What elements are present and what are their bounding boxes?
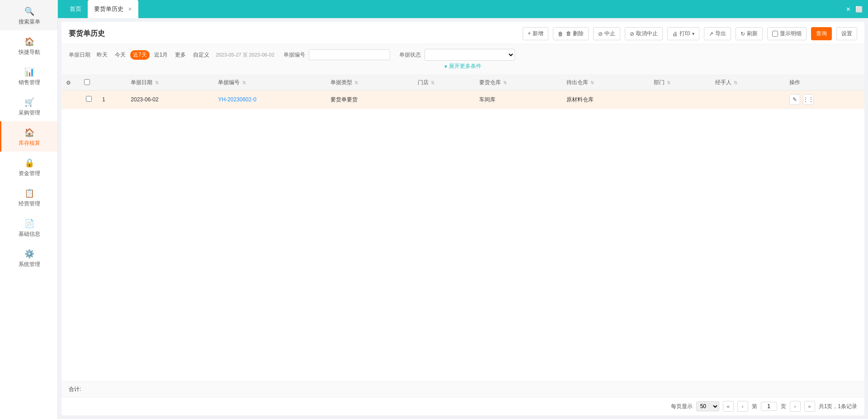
display-detail-input[interactable] xyxy=(772,31,778,37)
tab-requisition-label: 要货单历史 xyxy=(94,5,123,13)
tab-close-icon[interactable]: ✕ xyxy=(128,6,132,12)
quick-nav-icon: 🏠 xyxy=(24,37,34,47)
store-header-label: 门店 xyxy=(418,79,429,86)
date-btn-today[interactable]: 今天 xyxy=(112,50,128,60)
sidebar-item-label: 基础信息 xyxy=(19,230,40,238)
req-warehouse-sort-icon[interactable]: ⇅ xyxy=(503,80,507,85)
pending-warehouse-sort-icon[interactable]: ⇅ xyxy=(590,80,594,85)
department-sort-icon[interactable]: ⇅ xyxy=(667,80,670,85)
tab-home[interactable]: 首页 xyxy=(63,0,88,18)
doc-date-sort-icon[interactable]: ⇅ xyxy=(155,80,159,85)
doc-type-sort-icon[interactable]: ⇅ xyxy=(354,80,358,85)
sidebar-item-ops[interactable]: 📋 经营管理 xyxy=(0,182,57,212)
print-button[interactable]: 🖨 打印 ▾ xyxy=(667,27,699,40)
expand-more-btn[interactable]: ▾ 展开更多条件 xyxy=(69,61,857,70)
topbar-right: ✕ ⬜ xyxy=(846,6,863,13)
cancel-stop-button[interactable]: ⊘ 取消中止 xyxy=(625,27,663,40)
doc-no-link[interactable]: YH-20230602-0 xyxy=(218,96,256,103)
page-number-input[interactable] xyxy=(761,402,777,411)
checkbox-col-header xyxy=(80,75,98,90)
filter-row: 单据日期 昨天 今天 近7天 近1月 更多 自定义 2023-05-27 至 2… xyxy=(69,49,857,61)
doc-type-value: 要货单要货 xyxy=(330,96,358,103)
row-detail-button[interactable]: ⋮⋮ xyxy=(803,94,814,105)
date-btn-more[interactable]: 更多 xyxy=(172,50,189,60)
handler-cell xyxy=(711,90,785,109)
sidebar-item-sys-mgmt[interactable]: ⚙️ 系统管理 xyxy=(0,243,57,273)
sidebar-item-label: 采购管理 xyxy=(19,109,40,117)
prev-page-btn[interactable]: ‹ xyxy=(737,401,748,412)
first-page-btn[interactable]: « xyxy=(723,401,734,412)
doc-date-value: 2023-06-02 xyxy=(131,96,158,103)
page-size-select[interactable]: 50 20 100 xyxy=(696,401,719,411)
date-btn-1month[interactable]: 近1月 xyxy=(151,50,171,60)
doc-date-header-label: 单据日期 xyxy=(131,79,152,86)
actions-cell: ✎ ⋮⋮ xyxy=(785,90,864,109)
doc-no-header-label: 单据编号 xyxy=(218,79,240,86)
window-maximize-icon[interactable]: ⬜ xyxy=(855,6,863,13)
data-table: ⚙ 单据日期 ⇅ 单据编号 ⇅ xyxy=(61,75,864,109)
delete-button[interactable]: 🗑 🗑 删除 xyxy=(553,27,589,40)
query-button[interactable]: 查询 xyxy=(811,27,832,40)
doc-no-sort-icon[interactable]: ⇅ xyxy=(242,80,246,85)
sidebar-item-finance[interactable]: 🔒 资金管理 xyxy=(0,152,57,182)
date-btn-custom[interactable]: 自定义 xyxy=(190,50,212,60)
doc-type-col-header: 单据类型 ⇅ xyxy=(326,75,413,90)
page-size-label: 每页显示 xyxy=(671,403,693,410)
pending-warehouse-value: 原材料仓库 xyxy=(566,96,594,103)
table-body: 1 2023-06-02 YH-20230602-0 要货单要货 xyxy=(61,90,864,109)
store-cell xyxy=(413,90,475,109)
table-settings-icon[interactable]: ⚙ xyxy=(66,80,71,86)
row-checkbox-cell xyxy=(80,90,98,109)
sidebar-item-label: 系统管理 xyxy=(19,261,40,268)
sidebar-item-label: 搜索菜单 xyxy=(19,18,40,26)
req-warehouse-value: 车间库 xyxy=(479,96,495,103)
date-filter-group: 单据日期 昨天 今天 近7天 近1月 更多 自定义 2023-05-27 至 2… xyxy=(69,50,274,60)
doc-no-label: 单据编号 xyxy=(283,51,305,59)
refresh-button[interactable]: ↻ 刷新 xyxy=(736,27,763,40)
cancel-stop-icon: ⊘ xyxy=(630,31,634,37)
tab-requisition-history[interactable]: 要货单历史 ✕ xyxy=(88,0,138,18)
stop-button[interactable]: ⊘ 中止 xyxy=(593,27,620,40)
pending-warehouse-col-header: 待出仓库 ⇅ xyxy=(562,75,649,90)
next-page-btn[interactable]: › xyxy=(790,401,801,412)
date-btn-yesterday[interactable]: 昨天 xyxy=(94,50,110,60)
stop-icon: ⊘ xyxy=(598,31,603,37)
sidebar-item-label: 经营管理 xyxy=(19,200,40,208)
doc-date-col-header: 单据日期 ⇅ xyxy=(126,75,213,90)
settings-button[interactable]: 设置 xyxy=(836,27,857,40)
window-close-icon[interactable]: ✕ xyxy=(846,6,851,13)
sidebar-item-sales[interactable]: 📊 销售管理 xyxy=(0,61,57,91)
row-edit-button[interactable]: ✎ xyxy=(789,94,800,105)
store-col-header: 门店 ⇅ xyxy=(413,75,475,90)
refresh-icon: ↻ xyxy=(741,31,745,37)
date-btn-7days[interactable]: 近7天 xyxy=(130,50,150,60)
handler-sort-icon[interactable]: ⇅ xyxy=(734,80,737,85)
sidebar-item-purchase[interactable]: 🛒 采购管理 xyxy=(0,91,57,121)
status-select[interactable] xyxy=(425,49,515,61)
sidebar-item-inventory[interactable]: 🏠 库存核算 xyxy=(0,121,57,152)
date-buttons: 昨天 今天 近7天 近1月 更多 自定义 xyxy=(94,50,212,60)
actions-col-header: 操作 xyxy=(785,75,864,90)
handler-col-header: 经手人 ⇅ xyxy=(711,75,785,90)
last-page-btn[interactable]: » xyxy=(804,401,815,412)
display-detail-checkbox[interactable]: 显示明细 xyxy=(767,27,807,40)
select-all-checkbox[interactable] xyxy=(84,79,90,85)
filter-area: 单据日期 昨天 今天 近7天 近1月 更多 自定义 2023-05-27 至 2… xyxy=(61,44,864,75)
sidebar-item-search-menu[interactable]: 🔍 搜索菜单 xyxy=(0,0,57,30)
sum-label: 合计: xyxy=(69,386,81,392)
department-col-header: 部门 ⇅ xyxy=(649,75,711,90)
export-button[interactable]: ↗ 导出 xyxy=(704,27,731,40)
row-checkbox[interactable] xyxy=(86,96,92,102)
doc-no-cell: YH-20230602-0 xyxy=(213,90,326,109)
sidebar-item-quick-nav[interactable]: 🏠 快捷导航 xyxy=(0,30,57,61)
date-filter-label: 单据日期 xyxy=(69,51,90,59)
doc-no-input[interactable] xyxy=(309,49,390,60)
sidebar-item-basic-info[interactable]: 📄 基础信息 xyxy=(0,212,57,243)
toolbar: + 新增 🗑 🗑 删除 ⊘ 中止 ⊘ 取消中止 🖨 打印 ▾ xyxy=(523,27,857,40)
expand-label: 展开更多条件 xyxy=(449,62,481,70)
req-warehouse-header-label: 要货仓库 xyxy=(479,79,501,86)
page-header: 要货单历史 + 新增 🗑 🗑 删除 ⊘ 中止 ⊘ 取消中止 🖨 打印 xyxy=(61,22,864,44)
store-sort-icon[interactable]: ⇅ xyxy=(431,80,434,85)
new-button[interactable]: + 新增 xyxy=(523,27,548,40)
pending-warehouse-cell: 原材料仓库 xyxy=(562,90,649,109)
